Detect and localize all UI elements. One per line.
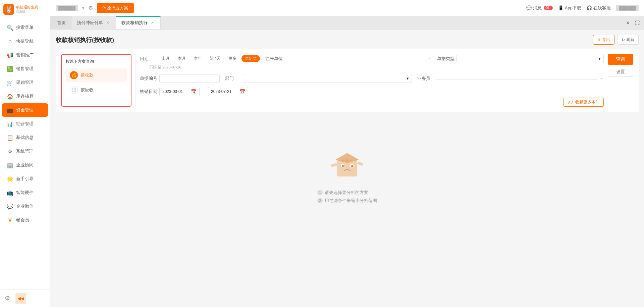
service-label: 在线客服 xyxy=(593,5,611,11)
date-options-group: 上月 本月 本年 近7天 更多 自定义 xyxy=(159,54,260,63)
sidebar-item-system[interactable]: ⚙ 系统管理 xyxy=(2,145,48,158)
sidebar-item-label: 营销推广 xyxy=(16,52,34,58)
filter-collapse-row: ∧∧ 收起更多条件 xyxy=(140,98,604,107)
empty-tip-2-text: 用过滤条件来缩小分析范围 xyxy=(325,198,377,204)
sidebar-item-quicknav[interactable]: ⌂ 快捷导航 xyxy=(2,35,48,48)
filter-option-by-receivable[interactable]: 🕐 按应收 xyxy=(66,83,127,97)
counterpart-dots[interactable]: ··· xyxy=(427,56,432,62)
empty-state-image xyxy=(327,143,367,183)
sidebar-item-sales[interactable]: 💹 销售管理 xyxy=(2,62,48,75)
collapse-conditions-button[interactable]: ∧∧ 收起更多条件 xyxy=(564,98,604,107)
receivable-icon: 🕐 xyxy=(70,86,78,94)
staff-dots[interactable]: ··· xyxy=(599,75,604,82)
sidebar-item-inventory[interactable]: 🏠 库存核算 xyxy=(2,90,48,103)
sidebar-item-label: 基础信息 xyxy=(16,135,34,141)
bill-no-label: 单据编号 xyxy=(140,75,157,82)
page-title: 收款核销执行(按收款) xyxy=(56,36,114,44)
sidebar-item-label: 资金管理 xyxy=(16,107,34,113)
date-btn-this-month[interactable]: 本月 xyxy=(175,54,189,63)
date-btn-last-month[interactable]: 上月 xyxy=(159,54,173,63)
logo-icon: 🐰 xyxy=(3,4,14,15)
export-button[interactable]: ⬆ 导出 xyxy=(593,35,614,45)
message-action[interactable]: 💬 消息 99+ xyxy=(526,5,553,11)
dept-select[interactable]: ▾ xyxy=(244,74,412,83)
solution-button[interactable]: 体验行业方案 xyxy=(97,3,134,13)
tab-home-label: 首页 xyxy=(57,20,66,26)
verify-date-end-input[interactable]: 2023-07-21 📅 xyxy=(208,87,248,96)
sidebar-item-wechat[interactable]: 💬 企业微信 xyxy=(2,200,48,213)
system-icon: ⚙ xyxy=(7,148,13,155)
collapse-icon: ∧∧ xyxy=(568,100,574,105)
app-download-action[interactable]: 📱 App下载 xyxy=(558,5,581,11)
bill-type-select[interactable]: ▾ xyxy=(457,54,604,63)
sidebar-item-search[interactable]: 🔍 搜索菜单 xyxy=(2,21,48,34)
app-download-icon: 📱 xyxy=(558,5,564,10)
message-badge: 99+ xyxy=(544,6,553,10)
sidebar-settings-button[interactable]: ⚙ xyxy=(2,293,13,304)
member-icon: V xyxy=(7,217,13,223)
filter-option-by-collection[interactable]: 💰 按收款 xyxy=(66,68,127,82)
sidebar-item-finance[interactable]: 💼 资金管理 xyxy=(2,103,48,117)
search-icon: 🔍 xyxy=(7,24,13,31)
topbar-actions: 💬 消息 99+ 📱 App下载 🎧 在线客服 ██████ xyxy=(526,5,639,11)
sidebar-item-label: 畅会员 xyxy=(16,217,29,223)
expand-tab-button[interactable]: ⛶ xyxy=(633,19,641,27)
sidebar-item-marketing[interactable]: 📢 营销推广 xyxy=(2,48,48,62)
dept-field: 部门 ▾ xyxy=(225,74,412,83)
verify-date-start-input[interactable]: 2023-03-01 📅 xyxy=(159,87,200,96)
date-btn-this-year[interactable]: 本年 xyxy=(191,54,205,63)
verify-date-end-value: 2023-07-21 xyxy=(211,89,231,94)
date-dash: — xyxy=(202,89,206,94)
sidebar-item-label: 企业协同 xyxy=(16,162,34,168)
tab-home[interactable]: 首页 xyxy=(50,16,71,29)
sales-icon: 💹 xyxy=(7,65,13,72)
sidebar-item-label: 企业微信 xyxy=(16,203,34,209)
tab-collection-close[interactable]: ✕ xyxy=(150,20,155,25)
close-all-tabs-button[interactable]: ✕ xyxy=(624,19,632,27)
staff-field: 业务员 ··· xyxy=(417,75,604,82)
tab-prepay-label: 预付冲应付单 xyxy=(77,20,103,26)
settings-button[interactable]: 设置 xyxy=(608,67,633,77)
filter-option-by-receivable-label: 按应收 xyxy=(80,87,94,93)
dept-chevron-icon: ▾ xyxy=(407,76,409,81)
sidebar-item-hardware[interactable]: 📺 智能硬件 xyxy=(2,186,48,199)
bill-no-input[interactable] xyxy=(159,74,220,83)
tab-collection-label: 收款核销执行 xyxy=(121,20,148,26)
wechat-icon: 💬 xyxy=(7,203,13,210)
sidebar-item-enterprise[interactable]: 🏢 企业协同 xyxy=(2,158,48,172)
sidebar-item-label: 销售管理 xyxy=(16,66,34,72)
sidebar-item-label: 快捷导航 xyxy=(16,38,34,44)
filter-row-verify: 核销日期 2023-03-01 📅 — 2023-07-21 📅 xyxy=(140,87,604,96)
user-name[interactable]: ██████ xyxy=(616,5,639,11)
date-limit: 不限 至 2023-07-26 xyxy=(149,64,604,70)
sidebar-item-management[interactable]: 📊 经营管理 xyxy=(2,117,48,131)
topbar-gear-icon[interactable]: ⚙ xyxy=(88,5,93,11)
refresh-button[interactable]: ↻ 刷新 xyxy=(617,35,639,45)
sidebar-item-purchase[interactable]: 🛒 采购管理 xyxy=(2,76,48,89)
sidebar-item-member[interactable]: V 畅会员 xyxy=(2,213,48,227)
sidebar-item-guide[interactable]: 🌟 新手引导 xyxy=(2,172,48,186)
sidebar-item-basic[interactable]: 📋 基础信息 xyxy=(2,131,48,144)
filter-fields: 日期 上月 本月 本年 近7天 更多 自定义 xyxy=(140,54,633,107)
calendar-end-icon: 📅 xyxy=(239,89,245,94)
date-label: 日期 xyxy=(140,56,157,62)
sidebar-collapse-button[interactable]: ◀◀ xyxy=(15,293,26,304)
finance-icon: 💼 xyxy=(7,107,13,113)
date-btn-custom[interactable]: 自定义 xyxy=(241,55,260,62)
tab-prepay[interactable]: 预付冲应付单 ✕ xyxy=(71,16,116,29)
query-button[interactable]: 查询 xyxy=(608,54,633,65)
service-action[interactable]: 🎧 在线客服 xyxy=(587,5,611,11)
refresh-label: 刷新 xyxy=(626,37,634,43)
tab-prepay-close[interactable]: ✕ xyxy=(105,20,110,25)
service-icon: 🎧 xyxy=(587,5,592,10)
topbar-chevron-icon[interactable]: ▾ xyxy=(82,6,84,10)
refresh-icon: ↻ xyxy=(622,38,625,42)
empty-tip-2: 2 用过滤条件来缩小分析范围 xyxy=(317,197,377,205)
date-btn-more[interactable]: 更多 xyxy=(225,54,239,63)
tab-collection[interactable]: 收款核销执行 ✕ xyxy=(116,16,161,29)
date-btn-7days[interactable]: 近7天 xyxy=(207,54,223,63)
message-icon: 💬 xyxy=(526,5,532,10)
page-header-actions: ⬆ 导出 ↻ 刷新 xyxy=(593,35,639,45)
enterprise-icon: 🏢 xyxy=(7,162,13,168)
svg-point-5 xyxy=(351,165,353,167)
